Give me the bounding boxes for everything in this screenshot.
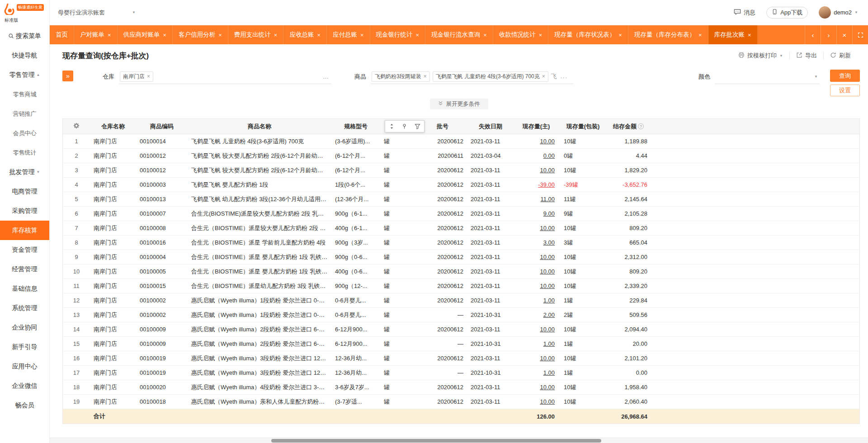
- app-download-button[interactable]: App下载: [766, 7, 808, 19]
- sidebar-item-采购管理[interactable]: 采购管理: [0, 201, 49, 221]
- sidebar-item-资金管理[interactable]: 资金管理: [0, 240, 49, 259]
- expand-more-button[interactable]: 展开更多条件: [430, 99, 488, 109]
- sidebar-item-零售统计[interactable]: 零售统计: [0, 143, 49, 162]
- sidebar-item-经营管理[interactable]: 经营管理: [0, 259, 49, 279]
- qty-main-link[interactable]: 11.00: [540, 196, 555, 203]
- tab-费用支出统计[interactable]: 费用支出统计×: [228, 25, 284, 44]
- qty-main-link[interactable]: -39.00: [538, 181, 555, 188]
- tab-应收总账[interactable]: 应收总账×: [283, 25, 327, 44]
- product-field[interactable]: 飞鹤奶粉3段两罐装×飞鹤星飞帆 儿童奶粉 4段(3-6岁适用) 700克× 飞 …: [371, 71, 573, 84]
- sidebar-item-应用中心[interactable]: 应用中心: [0, 357, 49, 376]
- collapse-filters-button[interactable]: »: [62, 71, 73, 81]
- sidebar-item-零售管理[interactable]: 零售管理▲: [0, 65, 49, 85]
- user-menu[interactable]: demo2 ▼: [819, 6, 858, 19]
- table-row[interactable]: 10南岸门店00100005合生元（BIOSTIME）派星 婴儿配方奶粉 1段 …: [63, 264, 859, 279]
- filter-tag[interactable]: 飞鹤星飞帆 儿童奶粉 4段(3-6岁适用) 700克×: [433, 71, 548, 82]
- export-button[interactable]: 导出: [789, 52, 823, 60]
- sidebar-item-批发管理[interactable]: 批发管理▼: [0, 162, 49, 182]
- tab-close-icon[interactable]: ×: [483, 32, 487, 38]
- tag-close-icon[interactable]: ×: [542, 73, 545, 80]
- print-by-template-button[interactable]: 按模板打印 ▼: [732, 52, 789, 60]
- tab-close-icon[interactable]: ×: [317, 32, 321, 38]
- horizontal-scrollbar[interactable]: [50, 438, 868, 443]
- messages-button[interactable]: 消息: [734, 9, 755, 17]
- warehouse-more-button[interactable]: …: [323, 73, 330, 80]
- table-row[interactable]: 17南岸门店00100019惠氏启赋（Wyeth illuma）3段奶粉 爱尔兰…: [63, 366, 859, 380]
- tab-close-icon[interactable]: ×: [360, 32, 364, 38]
- table-row[interactable]: 15南岸门店00100009惠氏启赋（Wyeth illuma）2段奶粉 爱尔兰…: [63, 337, 859, 351]
- tab-现金银行流水查询[interactable]: 现金银行流水查询×: [425, 25, 493, 44]
- qty-main-link[interactable]: 0.00: [543, 152, 555, 159]
- table-row[interactable]: 16南岸门店00100019惠氏启赋（Wyeth illuma）3段奶粉 爱尔兰…: [63, 351, 859, 366]
- product-more-button[interactable]: 飞 ...: [551, 72, 568, 80]
- settings-button[interactable]: 设置: [830, 85, 860, 96]
- table-row[interactable]: 1南岸门店00100014飞鹤星飞帆 儿童奶粉 4段(3-6岁适用) 700克(…: [63, 134, 859, 149]
- sidebar-item-畅会员[interactable]: 畅会员: [0, 396, 49, 415]
- query-button[interactable]: 查询: [830, 70, 860, 82]
- table-row[interactable]: 7南岸门店00100008合生元（BIOSTIME）派星较大婴儿配方奶粉 2段 …: [63, 221, 859, 236]
- sort-icon[interactable]: [388, 123, 396, 130]
- table-row[interactable]: 18南岸门店00100020惠氏启赋（Wyeth illuma）4段奶粉 爱尔兰…: [63, 380, 859, 395]
- qty-main-link[interactable]: 9.00: [543, 210, 555, 217]
- scrollbar-thumb[interactable]: [271, 439, 601, 443]
- tab-prev-button[interactable]: ‹: [805, 25, 821, 44]
- table-row[interactable]: 19南岸门店00100018惠氏启赋（Wyeth illuma）亲和人体儿童配方…: [63, 395, 859, 409]
- qty-main-link[interactable]: 10.00: [540, 384, 555, 391]
- tab-close-icon[interactable]: ×: [163, 32, 167, 38]
- fullscreen-button[interactable]: [852, 25, 868, 44]
- qty-main-link[interactable]: 1.00: [543, 369, 555, 376]
- tab-close-icon[interactable]: ×: [748, 32, 751, 38]
- table-row[interactable]: 3南岸门店00100012飞鹤星飞帆 较大婴儿配方奶粉 2段(6-12个月龄幼儿…: [63, 163, 859, 178]
- table-row[interactable]: 9南岸门店00100004合生元（BIOSTIME）派星 婴儿配方奶粉 1段 乳…: [63, 250, 859, 264]
- tab-供应商对账单[interactable]: 供应商对账单×: [118, 25, 173, 44]
- color-field[interactable]: ▼: [715, 71, 820, 84]
- tab-现存量（库存状况表）[interactable]: 现存量（库存状况表）×: [548, 25, 628, 44]
- tab-库存批次账[interactable]: 库存批次账×: [708, 25, 758, 44]
- sidebar-item-基础信息[interactable]: 基础信息: [0, 279, 49, 298]
- pin-icon[interactable]: [401, 123, 408, 130]
- warehouse-field[interactable]: 南岸门店× …: [119, 71, 331, 84]
- tag-close-icon[interactable]: ×: [147, 73, 150, 80]
- tab-close-icon[interactable]: ×: [416, 32, 420, 38]
- tab-首页[interactable]: 首页: [50, 25, 74, 44]
- qty-main-link[interactable]: 10.00: [540, 398, 555, 405]
- qty-main-link[interactable]: 10.00: [540, 138, 555, 145]
- table-row[interactable]: 6南岸门店00100007合生元(BIOSTIME)派星较大婴儿配方奶粉 2段 …: [63, 207, 859, 221]
- tab-close-icon[interactable]: ×: [108, 32, 111, 38]
- sidebar-item-零售商城[interactable]: 零售商城: [0, 85, 49, 104]
- tab-close-icon[interactable]: ×: [218, 32, 222, 38]
- qty-main-link[interactable]: 10.00: [540, 268, 555, 275]
- tab-现存量（库存分布表）[interactable]: 现存量（库存分布表）×: [628, 25, 708, 44]
- sidebar-item-库存核算[interactable]: 库存核算: [0, 221, 49, 240]
- qty-main-link[interactable]: 10.00: [540, 326, 555, 333]
- qty-main-link[interactable]: 10.00: [540, 283, 555, 289]
- sidebar-item-电商管理[interactable]: 电商管理: [0, 182, 49, 201]
- qty-main-link[interactable]: 1.00: [543, 340, 555, 347]
- filter-tag[interactable]: 南岸门店×: [120, 71, 153, 82]
- qty-main-link[interactable]: 10.00: [540, 355, 555, 362]
- sidebar-item-系统管理[interactable]: 系统管理: [0, 298, 49, 318]
- table-row[interactable]: 12南岸门店00100002惠氏启赋（Wyeth illuma）1段奶粉 爱尔兰…: [63, 293, 859, 308]
- table-row[interactable]: 8南岸门店00100016合生元（BIOSTIME）派星 学龄前儿童配方奶粉 4…: [63, 236, 859, 250]
- sidebar-item-搜索菜单[interactable]: 搜索菜单: [0, 26, 49, 46]
- close-all-tabs-button[interactable]: ×: [836, 25, 852, 44]
- table-row[interactable]: 5南岸门店00100013飞鹤星飞帆 幼儿配方奶粉 3段(12-36个月幼儿适用…: [63, 192, 859, 207]
- table-row[interactable]: 14南岸门店00100009惠氏启赋（Wyeth illuma）2段奶粉 爱尔兰…: [63, 322, 859, 337]
- tab-close-icon[interactable]: ×: [698, 32, 702, 38]
- filter-funnel-icon[interactable]: [414, 123, 421, 130]
- sidebar-item-快捷导航[interactable]: 快捷导航: [0, 46, 49, 65]
- tab-收款情况统计[interactable]: 收款情况统计×: [493, 25, 549, 44]
- table-row[interactable]: 13南岸门店00100002惠氏启赋（Wyeth illuma）1段奶粉 爱尔兰…: [63, 308, 859, 322]
- qty-main-link[interactable]: 3.00: [543, 239, 555, 246]
- sidebar-item-营销推广[interactable]: 营销推广: [0, 104, 49, 123]
- qty-main-link[interactable]: 2.00: [543, 311, 555, 318]
- table-row[interactable]: 4南岸门店00100003飞鹤星飞帆 婴儿配方奶粉 1段1段(0-6个...罐2…: [63, 178, 859, 192]
- tab-close-icon[interactable]: ×: [539, 32, 542, 38]
- help-icon[interactable]: ?: [638, 123, 644, 129]
- sidebar-item-新手引导[interactable]: 新手引导: [0, 337, 49, 357]
- account-set-dropdown[interactable]: 母婴行业演示账套 ▼: [58, 9, 136, 17]
- table-row[interactable]: 2南岸门店00100012飞鹤星飞帆 较大婴儿配方奶粉 2段(6-12个月龄幼儿…: [63, 149, 859, 163]
- qty-main-link[interactable]: 10.00: [540, 254, 555, 260]
- tag-close-icon[interactable]: ×: [424, 73, 427, 80]
- sidebar-item-企业微信[interactable]: 企业微信: [0, 376, 49, 396]
